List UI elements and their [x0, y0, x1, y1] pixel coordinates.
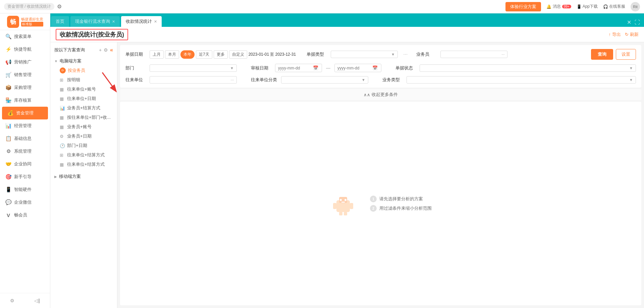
user-avatar[interactable]: Rit [631, 2, 640, 11]
tab-bank-flow[interactable]: 现金银行流水查询 ✕ [70, 16, 120, 27]
online-service[interactable]: 🎧 在线客服 [603, 4, 625, 9]
trial-button[interactable]: 体验行业方案 [505, 2, 541, 11]
scheme-icon-salesperson-acct: ▦ [60, 124, 65, 130]
sidebar-item-guide[interactable]: 🎯 新手引导 [0, 170, 50, 183]
scheme-add-btn[interactable]: + [99, 47, 102, 53]
settings-btn[interactable]: 设置 [616, 49, 636, 60]
tab-collection-stats[interactable]: 收款情况统计 ✕ [121, 16, 162, 27]
page-title: 收款情况统计(按业务员) [56, 29, 128, 40]
sidebar-item-search[interactable]: 🔍 搜索菜单 [0, 30, 50, 43]
sidebar-item-system[interactable]: ⚙ 系统管理 [0, 145, 50, 158]
date-btn-this-year[interactable]: 本年 [180, 50, 195, 59]
workspace: 按以下方案查询 + ⚙ « ▼ 电脑端方案 [50, 42, 644, 308]
status-select[interactable]: ▼ [420, 64, 636, 72]
sidebar-item-marketing[interactable]: 📢 营销推广 [0, 56, 50, 68]
query-btn[interactable]: 查询 [591, 49, 613, 60]
sidebar-item-finance[interactable]: 💰 资金管理 [2, 107, 48, 119]
scheme-group-mobile-title[interactable]: ▶ 移动端方案 [50, 172, 117, 181]
scheme-settings-btn[interactable]: ⚙ [104, 47, 108, 53]
review-date-end-input[interactable]: 📅 [334, 64, 381, 72]
scheme-item-dept-date[interactable]: 🕐 部门+日期 [50, 141, 117, 150]
date-btn-last-month[interactable]: 上月 [150, 50, 164, 59]
dept-chevron-icon: ▼ [230, 66, 234, 70]
tab-bar: 首页 现金银行流水查询 ✕ 收款情况统计 ✕ ✕ ⛶ [50, 13, 644, 27]
refresh-icon: ↻ [625, 32, 629, 37]
sidebar-item-sales[interactable]: 🛒 销售管理 [0, 68, 50, 81]
scheme-icon-detail: ⊞ [60, 78, 65, 83]
category-select[interactable]: ▼ [331, 51, 398, 58]
sidebar-item-hardware[interactable]: 📱 智能硬件 [0, 183, 50, 196]
scheme-item-by-salesperson[interactable]: ⟳ 按业务员 [50, 66, 117, 75]
scheme-item-partner-acct[interactable]: ▦ 往来单位+账号 [50, 85, 117, 94]
tab-close-all-btn[interactable]: ✕ [627, 19, 631, 25]
review-date-start-input[interactable]: 📅 [275, 64, 322, 72]
scheme-group-mobile: ▶ 移动端方案 [50, 170, 117, 183]
refresh-btn[interactable]: ↻ 刷新 [625, 32, 639, 38]
system-icon: ⚙ [5, 148, 11, 154]
review-date-start-field[interactable] [278, 66, 312, 70]
sidebar-item-collab[interactable]: 🤝 企业协同 [0, 158, 50, 170]
partner-category-select[interactable]: ▼ [281, 76, 368, 84]
sidebar-item-operations[interactable]: 📊 经营管理 [0, 119, 50, 132]
scheme-item-salesperson-acct[interactable]: ▦ 业务员+账号 [50, 122, 117, 132]
tab-home[interactable]: 首页 [51, 16, 69, 27]
review-date-label: 审核日期 [251, 65, 271, 71]
header-settings-icon[interactable]: ⚙ [57, 3, 62, 10]
scheme-item-partner-settle2[interactable]: ▦ 往来单位+结算方式 [50, 160, 117, 169]
biz-type-select[interactable]: ▼ [407, 76, 636, 84]
empty-illustration [330, 190, 357, 217]
sidebar-item-basic-info[interactable]: 📋 基础信息 [0, 132, 50, 145]
service-icon: 🎧 [603, 4, 608, 9]
partner-select[interactable]: ··· [150, 76, 237, 84]
scheme-item-partner-dept[interactable]: ▦ 按往来单位+部门+收... [50, 113, 117, 122]
guide-icon: 🎯 [5, 174, 11, 180]
sidebar-item-inventory[interactable]: 🏪 库存核算 [0, 94, 50, 107]
export-btn[interactable]: ↑ 导出 [609, 32, 621, 38]
tab-fullscreen-btn[interactable]: ⛶ [635, 19, 640, 25]
scheme-collapse-btn[interactable]: « [110, 47, 113, 53]
filter-row-3: 往来单位 ··· 往来单位分类 ▼ 业务类型 [125, 76, 636, 84]
salesperson-label: 业务员 [416, 51, 436, 57]
date-btn-custom[interactable]: 自定义 [229, 50, 247, 59]
tab-collection-close[interactable]: ✕ [154, 19, 157, 24]
sidebar-item-quicknav[interactable]: ⚡ 快捷导航 [0, 43, 50, 56]
empty-step-2: 2 用过滤条件来缩小分析范围 [370, 205, 432, 212]
scheme-icon-partner-date: ▦ [60, 96, 65, 101]
sidebar-item-wechat[interactable]: 💬 企业微信 [0, 196, 50, 209]
svg-rect-5 [333, 203, 336, 209]
biz-type-chevron: ▼ [629, 78, 633, 82]
scheme-icon-partner-settle2: ▦ [60, 162, 65, 167]
category-more-dots[interactable]: ··· [403, 51, 408, 57]
sidebar-item-purchase[interactable]: 📦 采购管理 [0, 81, 50, 94]
app-download[interactable]: 📱 App下载 [577, 4, 598, 9]
sidebar-item-vip[interactable]: V 畅会员 [0, 209, 50, 221]
salesperson-select[interactable]: ··· [440, 51, 507, 58]
sidebar-collapse-btn[interactable]: ◁‖ [32, 296, 42, 305]
collapse-bar[interactable]: ∧∧ 收起更多条件 [120, 89, 641, 100]
biz-type-label: 业务类型 [382, 77, 402, 83]
partner-category-label: 往来单位分类 [251, 77, 277, 83]
sidebar-settings-btn[interactable]: ⚙ [8, 296, 16, 305]
scheme-item-detail[interactable]: ⊞ 按明细 [50, 75, 117, 85]
dept-select[interactable]: ▼ [150, 64, 237, 72]
scheme-item-salesperson-date[interactable]: ⚙ 业务员+日期 [50, 132, 117, 141]
scheme-item-salesperson-settle[interactable]: 📊 业务员+结算方式 [50, 103, 117, 113]
notification-area[interactable]: 🔔 消息 99+ [546, 4, 571, 9]
vip-icon: V [5, 212, 11, 218]
category-chevron-icon: ▼ [391, 52, 395, 56]
chevron-up-icon: ∧∧ [364, 92, 370, 97]
scheme-group-desktop-title[interactable]: ▼ 电脑端方案 [50, 56, 117, 66]
scheme-panel-header: 按以下方案查询 + ⚙ « [50, 45, 117, 55]
scheme-panel-title: 按以下方案查询 [54, 47, 85, 53]
notification-label: 消息 [553, 4, 561, 9]
date-btn-7days[interactable]: 近7天 [196, 50, 212, 59]
download-icon: 📱 [577, 4, 582, 9]
scheme-item-partner-settle1[interactable]: ⊞ 往来单位+结算方式 [50, 150, 117, 160]
date-btn-more[interactable]: 更多 [214, 50, 228, 59]
scheme-item-partner-date[interactable]: ▦ 往来单位+日期 [50, 94, 117, 103]
tab-bank-flow-close[interactable]: ✕ [112, 19, 115, 24]
top-header: 资金管理 / 收款情况统计 ⚙ 体验行业方案 🔔 消息 99+ 📱 App下载 … [0, 0, 644, 13]
date-btn-this-month[interactable]: 本月 [165, 50, 179, 59]
content-area: 首页 现金银行流水查询 ✕ 收款情况统计 ✕ ✕ ⛶ [50, 13, 644, 308]
review-date-end-field[interactable] [337, 66, 371, 70]
